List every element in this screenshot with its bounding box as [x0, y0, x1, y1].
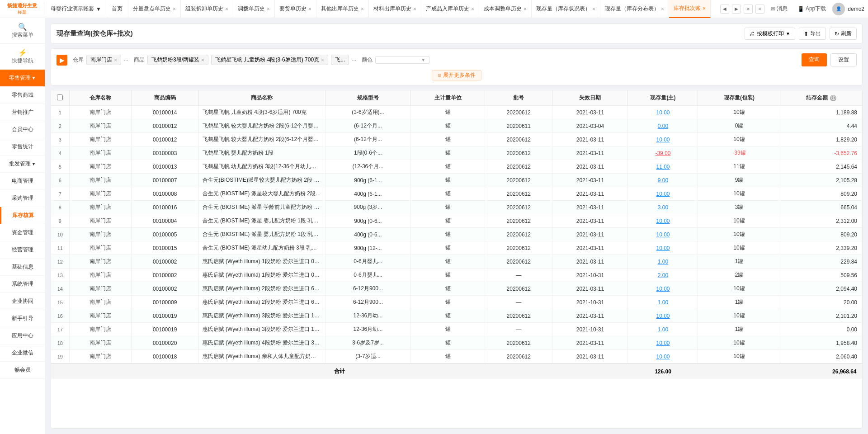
color-filter-label: 颜色	[362, 56, 373, 64]
cell-stock-pkg: 1罐	[698, 296, 780, 309]
sidebar-item-cooperation[interactable]: 企业协同	[0, 293, 45, 310]
sidebar-item-ecommerce-retail[interactable]: 零售商城	[0, 87, 45, 104]
tab-4[interactable]: 要货单历史 ×	[275, 0, 316, 18]
cell-name: 合生元 (BIOSTIME) 派星 学龄前儿童配方奶粉 4段	[198, 201, 325, 214]
cell-stock-main[interactable]: -39.00	[628, 146, 698, 160]
sidebar-item-finance[interactable]: 资金管理	[0, 224, 45, 241]
export-btn[interactable]: ⬆ 导出	[799, 28, 826, 40]
app-download-btn[interactable]: 📱 App下载	[794, 5, 830, 13]
cell-stock-main[interactable]: 1.00	[628, 323, 698, 336]
table-row: 14 南岸门店 00100002 惠氏启赋 (Wyeth illuma) 2段奶…	[51, 282, 862, 296]
cell-balance: 809.20	[780, 187, 862, 201]
sidebar-item-purchase[interactable]: 采购管理	[0, 190, 45, 207]
cell-stock-main[interactable]: 1.00	[628, 255, 698, 269]
cell-stock-main[interactable]: 1.00	[628, 296, 698, 309]
cell-unit: 罐	[411, 255, 485, 269]
tab-2[interactable]: 组装拆卸单历史 ×	[181, 0, 233, 18]
cell-stock-main[interactable]: 11.00	[628, 160, 698, 174]
message-btn[interactable]: ✉ 消息	[767, 5, 791, 13]
cell-stock-main[interactable]: 10.00	[628, 241, 698, 255]
cell-code: 00100008	[131, 187, 198, 201]
tab-10[interactable]: 现存量（库存分布表） ×	[600, 0, 669, 18]
cell-stock-main[interactable]: 10.00	[628, 336, 698, 350]
tab-home[interactable]: 首页	[106, 0, 128, 18]
sidebar-item-marketing[interactable]: 营销推广	[0, 104, 45, 121]
sidebar-item-retail-stats[interactable]: 零售统计	[0, 138, 45, 156]
product-tag-1-close-icon[interactable]: ×	[201, 57, 204, 63]
industry-dropdown[interactable]: 母婴行业演示账套 ▼	[46, 0, 106, 18]
sidebar-item-ecommerce[interactable]: 电商管理	[0, 173, 45, 190]
nav-prev-arrow[interactable]: ◀	[720, 5, 729, 14]
tab-close-btn[interactable]: ×	[744, 5, 753, 14]
product-tag-2-close-icon[interactable]: ×	[321, 57, 324, 63]
row-number: 18	[57, 340, 63, 346]
product-dots[interactable]: ···	[352, 57, 356, 63]
sidebar-item-inventory[interactable]: 库存核算	[0, 207, 45, 224]
cell-stock-main[interactable]: 10.00	[628, 187, 698, 201]
nav-next-arrow[interactable]: ▶	[732, 5, 741, 14]
cell-stock-main[interactable]: 10.00	[628, 309, 698, 323]
cell-stock-main[interactable]: 3.00	[628, 201, 698, 214]
product-tag-1[interactable]: 飞鹤奶粉3段/两罐装 ×	[147, 55, 208, 65]
cell-spec: 900g (3岁...	[325, 201, 410, 214]
tab-1[interactable]: 分量盘点单历史 ×	[128, 0, 181, 18]
tab-7[interactable]: 产成品入库单历史 ×	[421, 0, 479, 18]
sidebar-item-apps[interactable]: 应用中心	[0, 327, 45, 344]
sidebar-item-system[interactable]: 系统管理	[0, 276, 45, 293]
filter-toggle-btn[interactable]: ▶	[57, 55, 67, 66]
sidebar-item-wholesale[interactable]: 批发管理▼	[0, 156, 45, 173]
cell-balance: 229.84	[780, 255, 862, 269]
color-dropdown[interactable]: ▼	[375, 56, 429, 64]
cell-balance: 2,312.00	[780, 214, 862, 228]
cell-stock-main[interactable]: 10.00	[628, 282, 698, 296]
refresh-btn[interactable]: ↻ 刷新	[830, 28, 857, 40]
select-all-checkbox[interactable]	[57, 94, 63, 100]
cell-stock-main[interactable]: 10.00	[628, 228, 698, 241]
product-tag-3[interactable]: 飞...	[331, 55, 349, 65]
user-avatar[interactable]: 👤	[832, 3, 845, 15]
cell-stock-main[interactable]: 10.00	[628, 350, 698, 364]
cell-unit: 罐	[411, 146, 485, 160]
expand-conditions-btn[interactable]: ⊙ 展开更多条件	[432, 70, 481, 80]
tab-more-btn[interactable]: ≡	[755, 5, 764, 14]
tab-5[interactable]: 其他出库单历史 ×	[316, 0, 369, 18]
warehouse-dots[interactable]: ···	[124, 57, 128, 63]
search-menu-btn[interactable]: 🔍 搜索菜单	[0, 18, 45, 44]
cell-stock-main[interactable]: 9.00	[628, 174, 698, 187]
query-btn[interactable]: 查询	[802, 53, 827, 66]
sidebar-item-operations[interactable]: 经营管理	[0, 241, 45, 259]
quick-nav-btn[interactable]: ⚡ 快捷导航	[0, 44, 45, 70]
product-tag-2[interactable]: 飞鹤星飞帆 儿童奶粉 4段(3-6岁适用) 700克 ×	[211, 55, 328, 65]
cell-warehouse: 南岸门店	[69, 269, 131, 282]
sidebar-item-vip[interactable]: 畅会员	[0, 362, 45, 379]
cell-stock-main[interactable]: 2.00	[628, 269, 698, 282]
row-number: 15	[57, 300, 63, 305]
sidebar-item-guide[interactable]: 新手引导	[0, 310, 45, 327]
col-header-checkbox[interactable]	[51, 90, 69, 106]
settings-btn[interactable]: 设置	[830, 53, 857, 66]
cell-expire: 2021-03-11	[552, 160, 628, 174]
cell-stock-main[interactable]: 10.00	[628, 133, 698, 146]
tab-3[interactable]: 调拨单历史 ×	[233, 0, 275, 18]
row-number: 10	[57, 232, 63, 237]
cell-unit: 罐	[411, 241, 485, 255]
info-icon[interactable]: ⓘ	[830, 95, 836, 101]
cell-batch: 20200612	[485, 106, 552, 119]
username[interactable]: demo2	[848, 6, 864, 12]
cell-unit: 罐	[411, 350, 485, 364]
tab-9[interactable]: 现存量（库存状况表） ×	[532, 0, 600, 18]
cell-stock-main[interactable]: 10.00	[628, 214, 698, 228]
tab-active[interactable]: 库存批次账 ×	[669, 0, 711, 18]
search-icon: 🔍	[2, 23, 42, 31]
sidebar-item-retail[interactable]: 零售管理▼	[0, 70, 45, 87]
print-btn[interactable]: 🖨 按模板打印 ▼	[745, 28, 795, 40]
tab-8[interactable]: 成本调整单历史 ×	[479, 0, 532, 18]
warehouse-tag[interactable]: 南岸门店 ×	[86, 55, 121, 65]
sidebar-item-members[interactable]: 会员中心	[0, 121, 45, 138]
warehouse-tag-close-icon[interactable]: ×	[114, 57, 117, 63]
cell-stock-main[interactable]: 0.00	[628, 119, 698, 133]
sidebar-item-basics[interactable]: 基础信息	[0, 259, 45, 276]
sidebar-item-wechat[interactable]: 企业微信	[0, 344, 45, 362]
tab-6[interactable]: 材料出库单历史 ×	[369, 0, 421, 18]
cell-stock-main[interactable]: 10.00	[628, 106, 698, 119]
